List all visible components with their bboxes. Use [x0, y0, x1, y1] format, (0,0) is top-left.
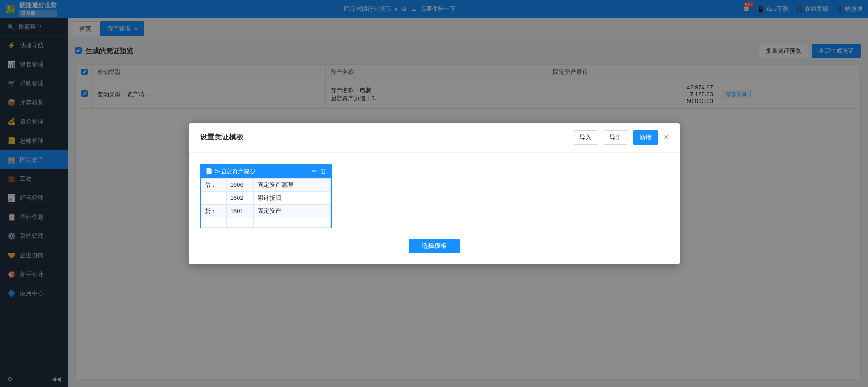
debit-col-4b	[310, 191, 320, 204]
template-row: 1602 累计折旧	[201, 191, 330, 204]
debit-col-5	[320, 178, 330, 191]
empty-1	[201, 218, 226, 227]
debit-code-2: 1602	[226, 191, 253, 204]
credit-col-4	[310, 204, 320, 218]
template-edit-icon[interactable]: ✏	[312, 168, 317, 174]
template-row-empty	[201, 218, 330, 227]
modal-backdrop: 设置凭证模板 导入 导出 新增 × 📄 5-固定资产减少 ✏	[0, 0, 868, 387]
modal-close-btn[interactable]: ×	[664, 133, 669, 142]
select-template-btn[interactable]: 选择模板	[409, 239, 460, 253]
template-entries-table: 借： 1606 固定资产清理 1602 累计折旧	[201, 178, 331, 228]
template-delete-icon[interactable]: 🗑	[320, 168, 326, 174]
template-doc-icon: 📄	[205, 168, 213, 174]
modal-title: 设置凭证模板	[200, 133, 243, 142]
template-card-title-area: 📄 5-固定资产减少	[205, 167, 256, 175]
debit-label: 借：	[201, 178, 226, 191]
empty-4	[310, 218, 320, 227]
set-template-modal: 设置凭证模板 导入 导出 新增 × 📄 5-固定资产减少 ✏	[189, 123, 680, 264]
debit-name-2: 累计折旧	[253, 191, 310, 204]
empty-3	[253, 218, 310, 227]
template-card-header: 📄 5-固定资产减少 ✏ 🗑	[201, 164, 331, 178]
debit-col-4	[310, 178, 320, 191]
import-btn[interactable]: 导入	[573, 130, 598, 145]
empty-5	[320, 218, 330, 227]
export-btn[interactable]: 导出	[603, 130, 628, 145]
template-row: 贷： 1601 固定资产	[201, 204, 330, 218]
debit-label-2	[201, 191, 226, 204]
modal-header-actions: 导入 导出 新增	[573, 130, 658, 145]
new-btn[interactable]: 新增	[633, 130, 658, 145]
credit-code-1: 1601	[226, 204, 253, 218]
credit-col-5	[320, 204, 330, 218]
modal-body: 📄 5-固定资产减少 ✏ 🗑 借： 1606 固定资产清理	[189, 153, 680, 264]
debit-col-5b	[320, 191, 330, 204]
debit-name-1: 固定资产清理	[253, 178, 310, 191]
credit-label: 贷：	[201, 204, 226, 218]
debit-code-1: 1606	[226, 178, 253, 191]
modal-header: 设置凭证模板 导入 导出 新增 ×	[189, 123, 680, 153]
template-card-actions: ✏ 🗑	[312, 168, 326, 174]
empty-2	[226, 218, 253, 227]
template-row: 借： 1606 固定资产清理	[201, 178, 330, 191]
template-name: 5-固定资产减少	[215, 167, 256, 175]
credit-name-1: 固定资产	[253, 204, 310, 218]
template-card: 📄 5-固定资产减少 ✏ 🗑 借： 1606 固定资产清理	[200, 164, 332, 228]
